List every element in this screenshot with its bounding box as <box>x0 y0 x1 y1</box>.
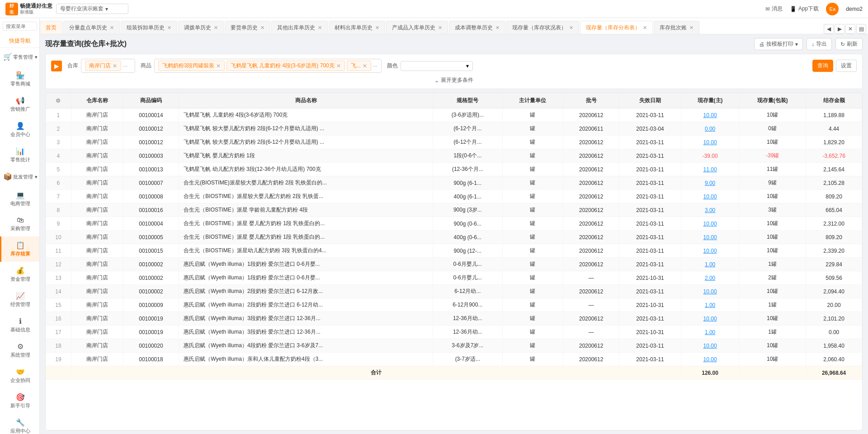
tab-close-icon[interactable]: ✕ <box>689 25 693 31</box>
sidebar-item-0[interactable]: 🛒零售管理 ▾ <box>0 48 39 66</box>
sidebar-item-7[interactable]: 🛍采购管理 <box>0 212 39 236</box>
filter-color-select[interactable]: ▾ <box>401 61 473 71</box>
tab-close-icon[interactable]: ✕ <box>375 25 379 31</box>
cell-7-8: 3.00 <box>681 203 739 217</box>
message-btn[interactable]: ✉ 消息 <box>765 5 783 13</box>
app-download-btn[interactable]: 📱 App下载 <box>790 5 819 13</box>
product-tag-2-close[interactable]: ✕ <box>336 63 341 69</box>
export-btn[interactable]: ↓ 导出 <box>807 38 832 50</box>
tab-2[interactable]: 组装拆卸单历史✕ <box>121 21 177 34</box>
cell-18-8: 10.00 <box>681 353 739 366</box>
sidebar-item-14[interactable]: 🎯新手引导 <box>0 388 39 414</box>
filter-warehouse-more[interactable]: ··· <box>123 63 127 69</box>
filter-product-input[interactable]: 飞鹤奶粉3段丙罐裝装 ✕ 飞鹤星飞帆 儿童奶粉 4段(3-6岁适用) 700克 … <box>154 59 382 73</box>
cell-6-9: 10罐 <box>739 190 806 203</box>
product-tag-1-close[interactable]: ✕ <box>216 63 221 69</box>
tab-8[interactable]: 成本调整单历史✕ <box>449 21 505 34</box>
tab-close-icon[interactable]: ✕ <box>167 25 171 31</box>
tab-close-icon[interactable]: ✕ <box>260 25 264 31</box>
sidebar-item-10[interactable]: 📈经营管理 <box>0 287 39 312</box>
sidebar-item-1[interactable]: 🏪零售商城 <box>0 66 39 92</box>
cell-9-7: 2021-03-11 <box>619 231 681 244</box>
chevron-down-icon: ⌄ <box>434 77 439 84</box>
expand-btn[interactable]: ⌄ 展开更多条件 <box>434 76 473 84</box>
cell-3-10: -3,652.76 <box>806 149 862 163</box>
tab-5[interactable]: 其他出库单历史✕ <box>271 21 328 34</box>
store-selector[interactable]: 母婴行业演示账套 ▾ <box>56 4 128 14</box>
cell-18-9: 10罐 <box>739 353 806 366</box>
tab-close-icon[interactable]: ✕ <box>110 25 114 31</box>
cell-2-10: 1,829.20 <box>806 136 862 149</box>
sidebar-item-13[interactable]: 🤝企业协同 <box>0 363 39 388</box>
setting-btn[interactable]: 设置 <box>836 60 857 72</box>
tab-close-icon[interactable]: ✕ <box>318 25 322 31</box>
tab-menu-btn[interactable]: ▤ <box>856 24 866 34</box>
cell-5-2: 00100007 <box>123 176 179 190</box>
query-btn[interactable]: 查询 <box>812 60 833 72</box>
tab-0[interactable]: 首页 <box>40 21 62 34</box>
sidebar-item-2[interactable]: 📢营销推广 <box>0 92 39 117</box>
sidebar-item-9[interactable]: 💰资金管理 <box>0 262 39 287</box>
sidebar-item-3[interactable]: 👤会员中心 <box>0 117 39 142</box>
sidebar-item-8[interactable]: 📋库存核算 <box>0 236 39 262</box>
tab-close-icon[interactable]: ✕ <box>495 25 500 31</box>
tab-4[interactable]: 要货单历史✕ <box>225 21 270 34</box>
cell-13-6: 20200612 <box>563 285 619 298</box>
quick-nav[interactable]: 快捷导航 <box>0 34 39 48</box>
content-area: 首页分量盘点单历史✕组装拆卸单历史✕调拨单历史✕要货单历史✕其他出库单历史✕材料… <box>40 18 868 434</box>
cell-0-0: 1 <box>46 108 71 122</box>
tab-close-icon[interactable]: ✕ <box>643 25 647 31</box>
print-btn[interactable]: 🖨 按模板打印 ▾ <box>754 38 803 50</box>
tab-close-icon[interactable]: ✕ <box>569 25 573 31</box>
cell-4-1: 南岸门店 <box>71 163 123 176</box>
sidebar-item-11[interactable]: ℹ基础信息 <box>0 312 39 338</box>
cell-8-5: 罐 <box>502 217 563 231</box>
tab-9[interactable]: 现存量（库存状况表）✕ <box>506 21 579 34</box>
cell-6-8: 10.00 <box>681 190 739 203</box>
sidebar-item-15[interactable]: 🔧应用中心 <box>0 414 39 434</box>
username[interactable]: demo2 <box>846 6 863 12</box>
filter-product-more[interactable]: ··· <box>373 63 377 69</box>
logo-text: 畅捷通好生意 标准版 <box>20 3 52 14</box>
product-tag-3-close[interactable]: ✕ <box>363 63 367 69</box>
sidebar-item-4[interactable]: 📊零售统计 <box>0 142 39 168</box>
tab-prev-btn[interactable]: ◀ <box>824 24 834 34</box>
tab-next-btn[interactable]: ▶ <box>835 24 844 34</box>
tab-close-icon[interactable]: ✕ <box>214 25 218 31</box>
sidebar-item-12[interactable]: ⚙系统管理 <box>0 338 39 363</box>
avatar[interactable]: Ea <box>826 3 839 15</box>
tab-6[interactable]: 材料出库单历史✕ <box>329 21 385 34</box>
cell-11-0: 12 <box>46 258 71 271</box>
sidebar-item-5[interactable]: 📦批发管理 ▾ <box>0 168 39 186</box>
filter-collapse-btn[interactable]: ▶ <box>51 61 62 71</box>
col-header-2: 商品编码 <box>123 93 179 108</box>
cell-1-5: 罐 <box>502 122 563 136</box>
table-row: 7南岸门店00100008合生元（BIOSTIME）派星较大婴儿配方奶粉 2段 … <box>46 190 862 203</box>
filter-warehouse-input[interactable]: 南岸门店 ✕ ··· <box>81 59 135 73</box>
tab-11[interactable]: 库存批次账✕ <box>654 21 699 34</box>
warehouse-tag-close[interactable]: ✕ <box>113 63 117 69</box>
cell-7-5: 罐 <box>502 203 563 217</box>
cell-11-8: 1.00 <box>681 258 739 271</box>
refresh-btn[interactable]: ↻ 刷新 <box>835 38 863 50</box>
cell-8-10: 2,312.00 <box>806 217 862 231</box>
col-header-3: 商品名称 <box>179 93 433 108</box>
cell-11-4: 0-6月婴儿... <box>433 258 503 271</box>
cell-3-3: 飞鹤星飞帆 婴儿配方奶粉 1段 <box>179 149 433 163</box>
download-icon: 📱 <box>790 6 797 12</box>
cell-4-9: 11罐 <box>739 163 806 176</box>
tab-1[interactable]: 分量盘点单历史✕ <box>63 21 120 34</box>
tab-3[interactable]: 调拨单历史✕ <box>178 21 224 34</box>
cell-11-2: 00100002 <box>123 258 179 271</box>
tab-7[interactable]: 产成品入库单历史✕ <box>386 21 448 34</box>
cell-16-10: 0.00 <box>806 326 862 339</box>
search-input[interactable] <box>3 22 37 31</box>
tab-close-btn[interactable]: ✕ <box>845 24 855 34</box>
sidebar-item-6[interactable]: 💻电商管理 <box>0 186 39 212</box>
table-row: 17南岸门店00100019惠氏启赋（Wyeth illuma）3段奶粉 爱尔兰… <box>46 326 862 339</box>
page-header: 现存量查询(按仓库+批次) 🖨 按模板打印 ▾ ↓ 导出 ↻ 刷新 <box>45 38 863 50</box>
cell-13-3: 惠氏启赋（Wyeth illuma）2段奶粉 爱尔兰进口 6-12月敌... <box>179 285 433 298</box>
tab-close-icon[interactable]: ✕ <box>438 25 442 31</box>
settings-icon[interactable]: ⚙ <box>56 98 61 104</box>
tab-10[interactable]: 现存量（库存分布表）✕ <box>580 21 653 34</box>
